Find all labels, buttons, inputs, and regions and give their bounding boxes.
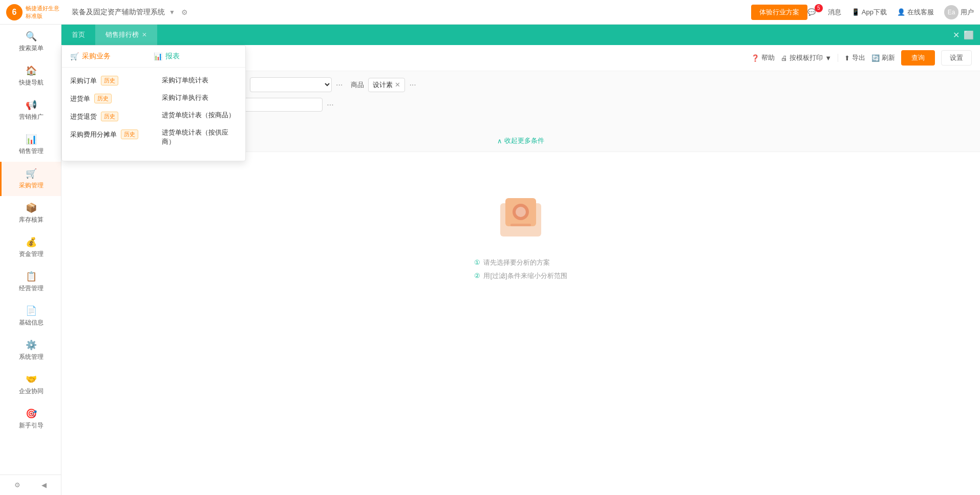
goods-label: 商品	[351, 80, 364, 90]
sidebar-item-finance[interactable]: 💰 资金管理	[0, 230, 61, 265]
sidebar-item-purchase[interactable]: 🛒 采购管理	[0, 162, 61, 196]
purchase-section-icon: 🛒	[70, 52, 79, 60]
message-badge: 5	[815, 4, 823, 12]
tab-home[interactable]: 首页	[61, 25, 95, 45]
tab-bar: 首页 销售排行榜 ✕ ✕ ⬜	[61, 25, 980, 45]
sidebar-settings-icon[interactable]: ⚙	[14, 481, 20, 489]
purchase-dropdown-menu: 🛒 采购业务 📊 报表 采购订单 历史 进货单 历史 进货退货 历史 采购费用分…	[61, 45, 246, 161]
purchase-icon: 🛒	[26, 168, 37, 179]
print-dropdown-icon: ▼	[825, 54, 832, 62]
dropdown-item-report-3[interactable]: 进货单统计表（按商品）	[162, 106, 237, 124]
inventory-icon: 📦	[26, 202, 37, 213]
marketing-icon: 📢	[26, 99, 37, 111]
sidebar-item-enterprise[interactable]: 🤝 企业协同	[0, 368, 61, 402]
empty-state: ① 请先选择要分析的方案 ② 用[过滤]条件来缩小分析范围	[61, 152, 980, 324]
empty-illustration	[490, 193, 551, 246]
status-more-icon[interactable]: ···	[336, 80, 343, 90]
online-service-btn[interactable]: 👤 在线客服	[897, 8, 934, 17]
collapse-btn[interactable]: ∧ 收起更多条件	[497, 136, 544, 145]
refresh-btn[interactable]: 🔄 刷新	[871, 53, 895, 62]
app-download-btn[interactable]: 📱 App下载	[851, 8, 887, 17]
finance-icon: 💰	[26, 236, 37, 248]
operation-icon: 📋	[26, 271, 37, 282]
dropdown-header: 🛒 采购业务 📊 报表	[62, 52, 245, 68]
logo-icon: 6	[6, 4, 23, 20]
settings-btn[interactable]: 设置	[941, 50, 972, 66]
user-avatar: Ea	[944, 5, 958, 19]
sidebar-item-marketing[interactable]: 📢 营销推广	[0, 93, 61, 127]
report-col: 采购订单统计表 采购订单执行表 进货单统计表（按商品） 进货单统计表（按供应商）	[154, 72, 245, 150]
toolbar-divider	[838, 54, 838, 62]
dropdown-item-report-1[interactable]: 采购订单统计表	[162, 72, 237, 89]
history-tag-0: 历史	[101, 76, 118, 85]
print-template-btn[interactable]: 🖨 按模板打印 ▼	[781, 53, 832, 62]
sidebar-item-basic[interactable]: 📄 基础信息	[0, 299, 61, 333]
system-icon: ⚙️	[26, 339, 37, 351]
empty-tips: ① 请先选择要分析的方案 ② 用[过滤]条件来缩小分析范围	[474, 256, 567, 283]
export-btn[interactable]: ⬆ 导出	[844, 53, 865, 62]
report-section-icon: 📊	[154, 52, 162, 60]
user-area[interactable]: Ea 用户	[944, 5, 974, 19]
purchase-section-title: 🛒 采购业务	[70, 52, 154, 61]
header-right: 💬 5 消息 📱 App下载 👤 在线客服 Ea 用户	[807, 5, 974, 19]
top-header: 6 畅捷通好生意 标准版 装备及固定资产辅助管理系统 ▼ ⚙ 体验行业方案 💬 …	[0, 0, 980, 25]
svg-rect-4	[510, 224, 531, 226]
sidebar-item-operation[interactable]: 📋 经营管理	[0, 265, 61, 299]
query-btn[interactable]: 查询	[901, 50, 935, 66]
help-btn[interactable]: ❓ 帮助	[751, 53, 775, 62]
tab-close-icon[interactable]: ✕	[142, 31, 147, 38]
history-tag-1: 历史	[94, 94, 112, 103]
goods-tag-close[interactable]: ✕	[395, 81, 400, 89]
print-icon: 🖨	[781, 54, 787, 62]
sidebar-item-inventory[interactable]: 📦 库存核算	[0, 196, 61, 230]
sidebar-collapse-icon[interactable]: ◀	[41, 481, 47, 489]
dropdown-items: 采购订单 历史 进货单 历史 进货退货 历史 采购费用分摊单 历史 采购订单统计…	[62, 68, 245, 155]
dropdown-item-purchase-order[interactable]: 采购订单 历史	[70, 72, 145, 90]
goods-filter: 商品 设计素 ✕ ···	[351, 78, 416, 92]
industry-btn[interactable]: 体验行业方案	[751, 5, 807, 20]
tab-bar-actions: ✕ ⬜	[953, 25, 980, 45]
sales-icon: 📊	[26, 134, 37, 145]
basic-icon: 📄	[26, 305, 37, 316]
system-dropdown-icon[interactable]: ▼	[169, 9, 175, 16]
dropdown-item-report-4[interactable]: 进货单统计表（按供应商）	[162, 124, 237, 150]
phone-icon: 📱	[851, 8, 860, 16]
salesperson-more-icon[interactable]: ···	[327, 100, 333, 110]
purchase-col: 采购订单 历史 进货单 历史 进货退货 历史 采购费用分摊单 历史	[62, 72, 154, 150]
collapse-up-icon: ∧	[497, 137, 502, 145]
sidebar-item-quick[interactable]: 🏠 快捷导航	[0, 59, 61, 93]
logo-area: 6 畅捷通好生意 标准版	[6, 4, 68, 20]
logo-text: 畅捷通好生意 标准版	[26, 5, 59, 19]
sidebar-item-system[interactable]: ⚙️ 系统管理	[0, 333, 61, 368]
settings-icon[interactable]: ⚙	[181, 8, 188, 16]
message-btn[interactable]: 💬 5 消息	[807, 8, 841, 17]
sidebar-item-sales[interactable]: 📊 销售管理	[0, 127, 61, 162]
guide-icon: 🎯	[26, 408, 37, 419]
sidebar-item-search[interactable]: 🔍 搜索菜单	[0, 25, 61, 59]
dropdown-item-report-2[interactable]: 采购订单执行表	[162, 89, 237, 106]
help-icon: ❓	[751, 54, 759, 62]
svg-point-3	[516, 207, 526, 217]
history-tag-3: 历史	[121, 130, 138, 139]
tab-close-btn[interactable]: ✕	[953, 30, 960, 40]
dropdown-item-receive[interactable]: 进货单 历史	[70, 90, 145, 107]
sidebar: 🔍 搜索菜单 🏠 快捷导航 📢 营销推广 📊 销售管理 🛒 采购管理 📦 库存核…	[0, 25, 61, 495]
refresh-icon: 🔄	[871, 54, 880, 62]
system-title-text: 装备及固定资产辅助管理系统	[72, 8, 165, 17]
tab-maximize-btn[interactable]: ⬜	[964, 30, 974, 40]
sidebar-item-guide[interactable]: 🎯 新手引导	[0, 402, 61, 436]
enterprise-icon: 🤝	[26, 374, 37, 385]
sidebar-bottom: ⚙ ◀	[0, 475, 61, 495]
status-select[interactable]	[250, 77, 332, 92]
empty-svg	[490, 193, 551, 244]
tab-sales-rank[interactable]: 销售排行榜 ✕	[95, 25, 157, 45]
dropdown-item-expense[interactable]: 采购费用分摊单 历史	[70, 125, 145, 143]
service-icon: 👤	[897, 8, 905, 16]
goods-tag: 设计素 ✕	[368, 78, 405, 92]
goods-more-icon[interactable]: ···	[409, 80, 416, 90]
system-title-area: 装备及固定资产辅助管理系统 ▼ ⚙	[68, 8, 751, 17]
export-icon: ⬆	[844, 54, 850, 62]
dropdown-item-return[interactable]: 进货退货 历史	[70, 107, 145, 125]
home-icon: 🏠	[26, 65, 37, 76]
search-icon: 🔍	[26, 31, 37, 42]
